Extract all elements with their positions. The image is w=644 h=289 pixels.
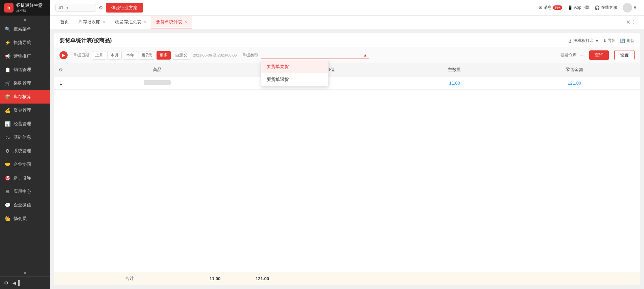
tab-close-all-icon[interactable]: ✕ [626, 19, 630, 25]
quicknav-icon: ⚡ [4, 39, 11, 46]
topbar-gear-icon[interactable]: ⚙ [99, 5, 103, 10]
th-amount: 零售金额 [509, 63, 640, 76]
phone-icon: 📱 [568, 5, 573, 10]
content-area: 要货单统计表(按商品) 🖨 按模板打印 ▼ ⬇ 导出 🔄 刷新 [50, 29, 644, 289]
sidebar-item-purchase[interactable]: 🛒 采购管理 [0, 76, 50, 90]
dropdown-item-order-return[interactable]: 要货单退货 [261, 73, 328, 86]
sidebar-item-operation[interactable]: 📊 经营管理 [0, 117, 50, 131]
date-custom-btn[interactable]: 自定义 [172, 51, 190, 60]
sidebar-item-quicknav[interactable]: ⚡ 快捷导航 [0, 36, 50, 49]
tab-expand-icon[interactable]: ⛶ [633, 19, 639, 25]
query-button[interactable]: 查询 [589, 50, 609, 60]
warehouse-more-icon[interactable]: ··· [579, 52, 584, 58]
operation-icon: 📊 [4, 120, 11, 127]
date-filter: 上月 本月 本年 近7天 更多 自定义 [92, 51, 190, 60]
user-avatar-item[interactable]: Rit [623, 3, 639, 13]
tab-close-receivable-summary[interactable]: ✕ [143, 20, 146, 24]
sidebar-item-system[interactable]: ⚙ 系统管理 [0, 144, 50, 158]
finance-icon: 💰 [4, 107, 11, 114]
basic-icon: 🗂 [4, 134, 11, 141]
page-header: 要货单统计表(按商品) 🖨 按模板打印 ▼ ⬇ 导出 🔄 刷新 [54, 33, 640, 47]
date-this-year-btn[interactable]: 本年 [123, 51, 137, 60]
sidebar-item-finance[interactable]: 💰 资金管理 [0, 104, 50, 117]
guide-icon: 🎯 [4, 175, 11, 181]
dropdown-item-order-goods[interactable]: 要货单要货 [261, 60, 328, 73]
tab-close-inventory-batch[interactable]: ✕ [102, 20, 105, 24]
cell-amount: 121.00 [509, 76, 640, 90]
footer-label: 合计 [59, 275, 141, 282]
sidebar-item-enterprise[interactable]: 🤝 企业协同 [0, 158, 50, 171]
sidebar-scroll-up[interactable]: ▲ [0, 16, 50, 22]
sidebar-item-search[interactable]: 🔍 搜索菜单 [0, 22, 50, 36]
main-area: 41 ▼ ⚙ 体验行业方案 ✉ 消息 99+ 📱 App下载 🎧 在线客服 R [50, 0, 644, 289]
sidebar-footer: ⚙ ◀▐ [0, 276, 50, 289]
tab-order-summary[interactable]: 要货单统计表 ✕ [151, 16, 192, 28]
tabs-bar: 首页 库存批次账 ✕ 收发存汇总表 ✕ 要货单统计表 ✕ ✕ ⛶ [50, 16, 644, 29]
print-icon: 🖨 [568, 39, 572, 43]
table-row: 1 块 11.00 121.00 [54, 76, 640, 90]
app-logo: b [4, 3, 14, 13]
sidebar-scroll-down[interactable]: ▼ [0, 270, 50, 276]
message-icon: ✉ [539, 5, 542, 10]
app-download-item[interactable]: 📱 App下载 [568, 5, 589, 10]
online-service-item[interactable]: 🎧 在线客服 [595, 5, 617, 10]
app-title: 畅捷通好生意 标准版 [16, 3, 43, 13]
wechat-icon: 💬 [4, 202, 11, 208]
type-select-input[interactable] [261, 51, 369, 59]
cell-product [68, 76, 247, 90]
refresh-icon: 🔄 [620, 39, 625, 43]
trial-button[interactable]: 体验行业方案 [106, 3, 143, 13]
data-table: ⚙ 商品 主计量单位 主数量 零售金额 1 [54, 63, 640, 90]
cell-qty: 11.00 [400, 76, 509, 90]
topbar-left: 41 ▼ ⚙ 体验行业方案 [55, 3, 539, 13]
page-title: 要货单统计表(按商品) [59, 37, 112, 44]
tab-inventory-batch[interactable]: 库存批次账 ✕ [74, 16, 110, 28]
page-card: 要货单统计表(按商品) 🖨 按模板打印 ▼ ⬇ 导出 🔄 刷新 [54, 33, 640, 285]
avatar [623, 3, 632, 13]
app-icon: 🖥 [4, 188, 11, 195]
date-last-month-btn[interactable]: 上月 [92, 51, 106, 60]
member-icon: 👑 [4, 215, 11, 222]
search-icon: 🔍 [4, 26, 11, 32]
select-arrow-icon[interactable]: ▲ [363, 53, 367, 58]
date-last-7days-btn[interactable]: 近7天 [139, 51, 155, 60]
filter-bar: ▶ 单据日期 上月 本月 本年 近7天 更多 自定义 2023-05-06 至 … [54, 47, 640, 63]
type-select-wrapper: ▲ 要货单要货 要货单退货 [261, 51, 369, 59]
sidebar-item-inventory[interactable]: 📦 库存核算 [0, 90, 50, 104]
date-this-month-btn[interactable]: 本月 [108, 51, 122, 60]
th-settings[interactable]: ⚙ [54, 63, 68, 76]
purchase-icon: 🛒 [4, 80, 11, 87]
sidebar-item-marketing[interactable]: 📢 营销推广 [0, 49, 50, 63]
sidebar-item-member[interactable]: 👑 畅会员 [0, 212, 50, 225]
sidebar-item-basic[interactable]: 🗂 基础信息 [0, 131, 50, 144]
headset-icon: 🎧 [595, 5, 600, 10]
export-icon: ⬇ [603, 39, 606, 43]
th-product: 商品 [68, 63, 247, 76]
type-filter-group: 单据类型 ▲ 要货单要货 要货单退货 [242, 51, 555, 59]
footer-collapse-icon[interactable]: ◀▐ [13, 280, 20, 286]
sidebar: b 畅捷通好生意 标准版 ▲ 🔍 搜索菜单 ⚡ 快捷导航 📢 营销推广 📋 销售… [0, 0, 50, 289]
sidebar-item-guide[interactable]: 🎯 新手引导 [0, 171, 50, 185]
sidebar-header: b 畅捷通好生意 标准版 [0, 0, 50, 16]
enterprise-icon: 🤝 [4, 161, 11, 168]
sidebar-item-wechat[interactable]: 💬 企业微信 [0, 198, 50, 212]
workspace-selector[interactable]: 41 ▼ [55, 4, 96, 12]
sidebar-nav: 🔍 搜索菜单 ⚡ 快捷导航 📢 营销推广 📋 销售管理 🛒 采购管理 📦 库存核… [0, 22, 50, 270]
footer-settings-icon[interactable]: ⚙ [4, 280, 8, 286]
refresh-action[interactable]: 🔄 刷新 [620, 38, 635, 44]
print-action[interactable]: 🖨 按模板打印 ▼ [568, 38, 599, 44]
messages-item[interactable]: ✉ 消息 99+ [539, 5, 562, 10]
sidebar-item-sales[interactable]: 📋 销售管理 [0, 63, 50, 76]
settings-button[interactable]: 设置 [614, 50, 635, 60]
tab-home[interactable]: 首页 [55, 16, 74, 28]
inventory-icon: 📦 [4, 93, 11, 100]
page-header-actions: 🖨 按模板打印 ▼ ⬇ 导出 🔄 刷新 [568, 38, 635, 44]
date-more-btn[interactable]: 更多 [157, 51, 171, 60]
export-action[interactable]: ⬇ 导出 [603, 38, 616, 44]
tab-receivable-summary[interactable]: 收发存汇总表 ✕ [110, 16, 151, 28]
sidebar-item-app[interactable]: 🖥 应用中心 [0, 185, 50, 198]
type-dropdown-menu: 要货单要货 要货单退货 [261, 60, 329, 86]
tab-close-order-summary[interactable]: ✕ [184, 20, 187, 24]
table-footer: 合计 11.00 121.00 [54, 272, 640, 285]
filter-toggle-button[interactable]: ▶ [59, 51, 68, 59]
